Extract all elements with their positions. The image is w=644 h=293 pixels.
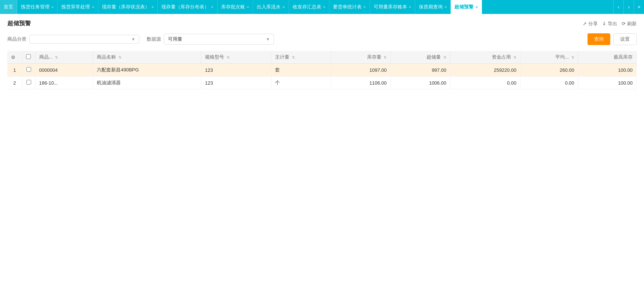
close-icon[interactable]: × xyxy=(363,5,366,9)
header-actions: ➚ 分享 ⇓ 导出 ⟳ 刷新 xyxy=(583,21,637,27)
nav-item-home[interactable]: 首页 xyxy=(0,0,17,14)
cell-product-name: 机油滤清器 xyxy=(93,77,201,89)
cell-overstock: 997.00 xyxy=(391,64,450,77)
chevron-down-icon: ▼ xyxy=(131,37,135,41)
cell-stock: 1097.00 xyxy=(331,64,391,77)
category-select[interactable]: ▼ xyxy=(29,35,139,44)
row-number: 1 xyxy=(7,64,22,77)
export-button[interactable]: ⇓ 导出 xyxy=(602,21,617,27)
refresh-icon: ⟳ xyxy=(622,21,626,26)
close-icon[interactable]: × xyxy=(211,5,213,9)
close-icon[interactable]: × xyxy=(151,5,154,9)
nav-arrows: ‹ › × xyxy=(613,0,644,14)
datasource-filter-group: 数据源 可用量 ▼ xyxy=(147,34,274,45)
col-stock[interactable]: 库存量 ⇅ xyxy=(331,51,391,64)
row-checkbox-cell[interactable] xyxy=(22,64,35,77)
col-spec[interactable]: 规格型号 ⇅ xyxy=(201,51,271,64)
close-icon[interactable]: × xyxy=(475,5,477,9)
col-unit[interactable]: 主计量 ⇅ xyxy=(271,51,331,64)
export-icon: ⇓ xyxy=(602,21,606,26)
header-checkbox-cell[interactable] xyxy=(22,51,35,64)
cell-capital: 259220.00 xyxy=(450,64,520,77)
sort-icon: ⇅ xyxy=(443,55,446,59)
cell-product-name: 六配套新昌490BPG xyxy=(93,64,201,77)
close-icon[interactable]: × xyxy=(247,5,249,9)
cell-product-code: 186-10... xyxy=(35,77,93,89)
share-button[interactable]: ➚ 分享 xyxy=(583,21,598,27)
close-icon[interactable]: × xyxy=(282,5,285,9)
nav-item-4[interactable]: 现存量（库存分布表） × xyxy=(158,0,217,14)
row-checkbox[interactable] xyxy=(26,80,31,85)
sort-icon: ⇅ xyxy=(384,55,387,59)
nav-item-6[interactable]: 出入库流水 × xyxy=(253,0,289,14)
cell-avg: 0.00 xyxy=(520,77,578,89)
nav-close-button[interactable]: × xyxy=(634,0,644,14)
nav-item-active[interactable]: 超储预警 × xyxy=(451,0,482,14)
refresh-button[interactable]: ⟳ 刷新 xyxy=(622,21,637,27)
col-avg[interactable]: 平均... ⇅ xyxy=(520,51,578,64)
cell-spec: 123 xyxy=(201,77,271,89)
table-row: 2 186-10... 机油滤清器 123 个 1106.00 1006.00 … xyxy=(7,77,637,89)
close-icon[interactable]: × xyxy=(92,5,94,9)
cell-unit: 个 xyxy=(271,77,331,89)
cell-capital: 0.00 xyxy=(450,77,520,89)
nav-item-7[interactable]: 收发存汇总表 × xyxy=(289,0,329,14)
nav-bar: 首页 拣货任务管理 × 拣货异常处理 × 现存量（库存状况表） × 现存量（库存… xyxy=(0,0,644,14)
page-title: 超储预警 xyxy=(7,20,31,27)
filter-row: 商品分类 ▼ 数据源 可用量 ▼ 查询 设置 xyxy=(7,33,637,45)
col-overstock[interactable]: 超储量 ⇅ xyxy=(391,51,450,64)
datasource-select-value: 可用量 xyxy=(168,36,182,42)
settings-button[interactable]: 设置 xyxy=(613,33,637,45)
col-max-stock[interactable]: 最高库存 xyxy=(578,51,636,64)
category-filter-group: 商品分类 ▼ xyxy=(7,35,139,44)
gear-settings-icon[interactable]: ⚙ xyxy=(7,51,22,64)
nav-item-2[interactable]: 拣货异常处理 × xyxy=(58,0,98,14)
page-content: 超储预警 ➚ 分享 ⇓ 导出 ⟳ 刷新 商品分类 ▼ 数据源 xyxy=(0,14,644,293)
close-icon[interactable]: × xyxy=(444,5,447,9)
query-button[interactable]: 查询 xyxy=(588,33,610,45)
category-label: 商品分类 xyxy=(7,36,26,42)
datasource-select[interactable]: 可用量 ▼ xyxy=(164,34,274,45)
cell-product-code: 0000004 xyxy=(35,64,93,77)
nav-item-5[interactable]: 库存批次账 × xyxy=(217,0,253,14)
sort-icon: ⇅ xyxy=(118,55,121,59)
sort-icon: ⇅ xyxy=(513,55,516,59)
col-product-code[interactable]: 商品... ⇅ xyxy=(35,51,93,64)
nav-item-1[interactable]: 拣货任务管理 × xyxy=(17,0,58,14)
row-checkbox-cell[interactable] xyxy=(22,77,35,89)
sort-icon: ⇅ xyxy=(292,55,295,59)
close-icon[interactable]: × xyxy=(409,5,411,9)
table-row: 1 0000004 六配套新昌490BPG 123 套 1097.00 997.… xyxy=(7,64,637,77)
row-checkbox[interactable] xyxy=(26,67,31,72)
cell-unit: 套 xyxy=(271,64,331,77)
sort-icon: ⇅ xyxy=(55,55,58,59)
row-number: 2 xyxy=(7,77,22,89)
cell-max-stock: 100.00 xyxy=(578,64,636,77)
data-table: ⚙ 商品... ⇅ 商品名称 ⇅ 规格型号 ⇅ 主计量 xyxy=(7,51,637,89)
page-header: 超储预警 ➚ 分享 ⇓ 导出 ⟳ 刷新 xyxy=(7,20,637,27)
nav-item-3[interactable]: 现存量（库存状况表） × xyxy=(98,0,158,14)
sort-icon: ⇅ xyxy=(227,55,230,59)
datasource-label: 数据源 xyxy=(147,36,161,42)
cell-max-stock: 100.00 xyxy=(578,77,636,89)
nav-prev-button[interactable]: ‹ xyxy=(613,0,623,14)
cell-overstock: 1006.00 xyxy=(391,77,450,89)
select-all-checkbox[interactable] xyxy=(26,54,31,59)
nav-item-10[interactable]: 保质期查询 × xyxy=(415,0,451,14)
share-icon: ➚ xyxy=(583,21,587,26)
table-header-row: ⚙ 商品... ⇅ 商品名称 ⇅ 规格型号 ⇅ 主计量 xyxy=(7,51,637,64)
nav-next-button[interactable]: › xyxy=(623,0,634,14)
col-product-name[interactable]: 商品名称 ⇅ xyxy=(93,51,201,64)
cell-stock: 1106.00 xyxy=(331,77,391,89)
chevron-down-icon: ▼ xyxy=(266,37,270,41)
nav-item-8[interactable]: 要货单统计表 × xyxy=(329,0,370,14)
nav-item-9[interactable]: 可用量库存账本 × xyxy=(370,0,415,14)
cell-spec: 123 xyxy=(201,64,271,77)
close-icon[interactable]: × xyxy=(51,5,54,9)
sort-icon: ⇅ xyxy=(571,55,574,59)
col-capital[interactable]: 资金占用 ⇅ xyxy=(450,51,520,64)
cell-avg: 260.00 xyxy=(520,64,578,77)
filter-actions: 查询 设置 xyxy=(588,33,637,45)
close-icon[interactable]: × xyxy=(323,5,325,9)
